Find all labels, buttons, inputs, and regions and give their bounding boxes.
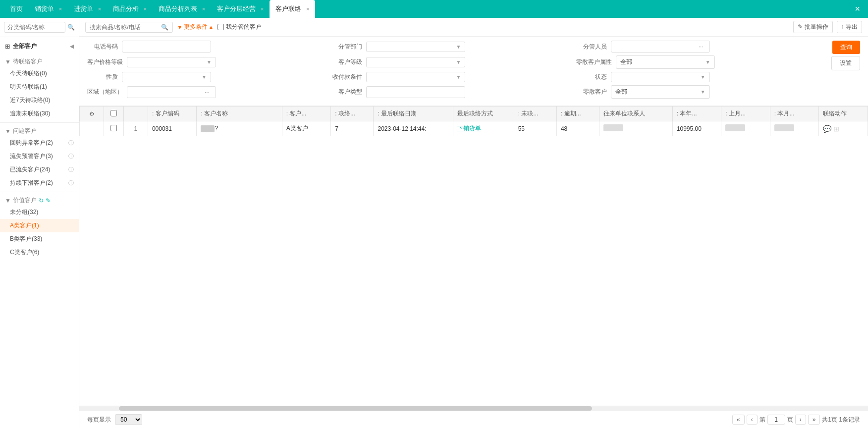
sidebar-group-value[interactable]: ▼ 价值客户 ↻ ✎ [0,194,79,206]
nav-customer-tier[interactable]: 客户分层经营 × [211,0,270,18]
close-customer-tier-icon[interactable]: × [261,6,264,12]
chat-icon[interactable]: 💬 [823,125,831,133]
sidebar-item-unclassified[interactable]: 未分组(32) [0,206,79,219]
payment-select[interactable]: ▼ [366,72,465,82]
export-button[interactable]: ↑ 导出 [837,21,862,33]
sidebar-item-tomorrow[interactable]: 明天待联络(1) [0,80,79,94]
problem-arrow-icon: ▼ [5,128,11,135]
dept-select[interactable]: ▼ [366,42,465,52]
th-not-contacted[interactable]: : 未联... [514,107,556,121]
qr-icon[interactable]: ⊞ [833,125,839,133]
customer-grade-select[interactable]: ▼ [366,57,465,67]
nav-customer-contact[interactable]: 客户联络 × [270,0,315,18]
mine-filter-checkbox[interactable]: 我分管的客户 [217,23,262,31]
horizontal-scrollbar[interactable] [79,406,868,411]
sidebar-item-class-a[interactable]: A类客户(1) [0,219,79,232]
last-page-button[interactable]: » [808,415,820,425]
page-number-input[interactable] [767,415,785,425]
th-this-month[interactable]: : 本月... [770,107,819,121]
th-unit-contact[interactable]: 往来单位联系人 [599,107,673,121]
sidebar-group-problem[interactable]: ▼ 问题客户 [0,125,79,136]
filter-search-input[interactable] [90,24,159,31]
sidebar-search-input[interactable] [4,22,65,33]
settings-button[interactable]: 设置 [831,56,860,70]
manager-dots-icon[interactable]: ··· [697,43,705,50]
scroll-thumb[interactable] [119,406,592,411]
sidebar-item-overdue[interactable]: 逾期未联络(30) [0,107,79,120]
region-dots-icon[interactable]: ··· [203,89,212,96]
price-grade-select[interactable]: ▼ [127,57,216,67]
sidebar-item-class-b[interactable]: B类客户(33) [0,232,79,246]
phone-input[interactable] [122,41,211,53]
sidebar-item-churn-warning[interactable]: 流失预警客户(3)ⓘ [0,150,79,163]
retail-value: 全部 [615,88,627,96]
th-last-date[interactable]: : 最后联络日期 [374,107,453,121]
mine-checkbox-input[interactable] [217,24,224,30]
payment-dropdown-icon: ▼ [456,74,461,80]
export-icon: ↑ [841,23,844,30]
th-contact[interactable]: : 联络... [331,107,374,121]
pending-arrow-icon: ▼ [5,58,11,65]
action-icons-wrap: 💬 ⊞ [823,125,864,133]
info-icon-2: ⓘ [68,153,74,160]
nav-home[interactable]: 首页 [4,0,29,18]
th-overdue[interactable]: : 逾期... [556,107,599,121]
window-close-button[interactable]: × [851,4,864,14]
th-last-method[interactable]: 最后联络方式 [453,107,514,121]
retail-attr-select[interactable]: 全部 ▼ [616,55,715,69]
sidebar-item-class-c[interactable]: C类客户(6) [0,246,79,259]
td-last-method[interactable]: 下销货单 [453,121,514,136]
per-page-select[interactable]: 50 100 200 [115,414,142,425]
unit-contact-blur [603,124,623,131]
prev-page-button[interactable]: ‹ [747,415,758,425]
filter-search-icon[interactable]: 🔍 [161,24,168,31]
table-row: 1 000031 ? A类客户 7 2023-04-12 14:44: 下销货单… [80,121,868,136]
nature-select[interactable]: ▼ [122,72,211,82]
retail-select[interactable]: 全部 ▼ [611,85,710,99]
value-edit-icon[interactable]: ✎ [46,197,51,204]
adv-cell-phone: 电话号码 [87,41,331,53]
row-checkbox[interactable] [110,125,117,131]
value-refresh-icon[interactable]: ↻ [39,197,44,204]
sidebar-collapse-icon[interactable]: ◀ [70,44,74,49]
close-product-analysis-icon[interactable]: × [144,6,147,12]
sidebar-item-churned[interactable]: 已流失客户(24)ⓘ [0,163,79,176]
td-checkbox[interactable] [104,121,123,136]
th-this-year[interactable]: : 本年... [672,107,721,121]
select-all-checkbox[interactable] [110,110,117,116]
per-page-label: 每页显示 [87,416,111,424]
more-conditions-button[interactable]: ▼ 更多条件 ▲ [177,23,214,31]
content-area: 🔍 ▼ 更多条件 ▲ 我分管的客户 ✎ 批量操作 ↑ 导出 [79,18,868,428]
sidebar-group-pending[interactable]: ▼ 待联络客户 [0,55,79,67]
sidebar-search-icon[interactable]: 🔍 [67,24,75,31]
sidebar-item-today[interactable]: 今天待联络(0) [0,67,79,80]
type-input[interactable] [366,86,465,98]
th-gear[interactable]: ⚙ [80,107,104,121]
query-button[interactable]: 查询 [832,41,860,54]
sidebar-all-customers-header[interactable]: ⊞ 全部客户 ◀ [0,39,79,54]
close-product-list-icon[interactable]: × [202,6,205,12]
last-method-link[interactable]: 下销货单 [457,125,481,132]
first-page-button[interactable]: « [732,415,745,425]
sidebar-item-7days[interactable]: 近7天待联络(0) [0,94,79,107]
filter-search-box: 🔍 [85,22,173,33]
nav-purchase[interactable]: 进货单 × [68,0,107,18]
batch-operation-button[interactable]: ✎ 批量操作 [793,21,832,33]
nav-product-list[interactable]: 商品分析列表 × [153,0,211,18]
th-grade[interactable]: : 客户... [282,107,331,121]
td-overdue: 48 [556,121,599,136]
th-last-month[interactable]: : 上月... [721,107,770,121]
close-purchase-icon[interactable]: × [98,6,101,12]
status-select[interactable]: ▼ [611,72,710,82]
sidebar-item-declining[interactable]: 持续下滑客户(2)ⓘ [0,176,79,190]
next-page-button[interactable]: › [795,415,806,425]
th-code[interactable]: : 客户编码 [148,107,197,121]
adv-cell-customer-grade: 客户等级 ▼ [331,57,576,67]
nav-sales[interactable]: 销货单 × [29,0,68,18]
close-sales-icon[interactable]: × [59,6,62,12]
close-customer-contact-icon[interactable]: × [306,6,309,12]
sidebar-item-repurchase-abnormal[interactable]: 回购异常客户(2)ⓘ [0,136,79,150]
nav-product-analysis[interactable]: 商品分析 × [107,0,153,18]
th-checkbox[interactable] [104,107,123,121]
th-name[interactable]: : 客户名称 [197,107,282,121]
